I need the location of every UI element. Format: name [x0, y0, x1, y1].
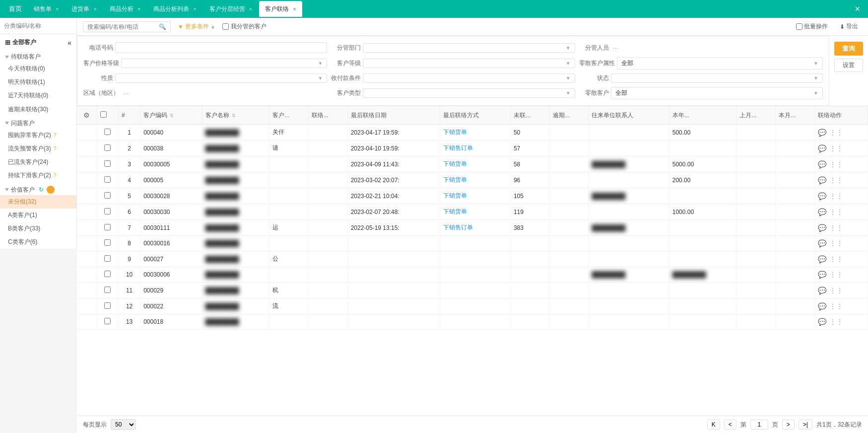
reset-button[interactable]: 设置: [834, 59, 863, 72]
sidebar-item-class-a[interactable]: A类客户(1): [0, 209, 76, 222]
sidebar-item-churn-warning[interactable]: 流失预警客户(3) ?: [0, 142, 76, 155]
chat-icon[interactable]: 💬: [818, 239, 826, 247]
refresh-icon[interactable]: ↻: [39, 186, 44, 193]
filter-phone-input[interactable]: [115, 42, 327, 53]
sidebar-item-class-b[interactable]: B类客户(33): [0, 222, 76, 235]
row-checkbox[interactable]: [104, 192, 111, 199]
batch-op-checkbox[interactable]: [796, 23, 802, 30]
pending-group-arrow[interactable]: [5, 56, 9, 59]
sidebar-item-ungroup[interactable]: 未分组(32): [0, 195, 76, 209]
chat-icon[interactable]: 💬: [818, 255, 826, 263]
column-settings-button[interactable]: ⚙: [82, 110, 91, 120]
row-check-cell[interactable]: [97, 204, 119, 220]
chat-icon[interactable]: 💬: [818, 129, 826, 137]
filter-customer-level-select[interactable]: ▼: [363, 59, 575, 68]
sidebar-collapse-icon[interactable]: «: [67, 39, 71, 47]
chat-icon[interactable]: 💬: [818, 144, 826, 152]
last-contact-way-link[interactable]: 下销售订单: [443, 144, 473, 151]
row-checkbox[interactable]: [104, 287, 111, 293]
last-contact-way-link[interactable]: 下销货单: [443, 129, 467, 136]
row-checkbox[interactable]: [104, 160, 111, 167]
filter-status-select[interactable]: ▼: [611, 73, 823, 83]
last-page-button[interactable]: >|: [799, 420, 812, 430]
row-check-cell[interactable]: [97, 283, 119, 298]
row-check-cell[interactable]: [97, 236, 119, 251]
row-checkbox[interactable]: [104, 239, 111, 246]
first-page-button[interactable]: K: [707, 420, 720, 430]
row-checkbox[interactable]: [104, 302, 111, 309]
chat-icon[interactable]: 💬: [818, 208, 826, 216]
row-checkbox[interactable]: [104, 208, 111, 215]
row-check-cell[interactable]: [97, 267, 119, 283]
chat-icon[interactable]: 💬: [818, 192, 826, 200]
nav-tab-customer-layer[interactable]: 客户分层经营 ×: [203, 1, 258, 17]
prev-page-button[interactable]: <: [724, 420, 736, 430]
sidebar-item-churned[interactable]: 已流失客户(24): [0, 155, 76, 169]
nav-tab-customer-contact[interactable]: 客户联络 ×: [259, 1, 302, 17]
grid-action-icon[interactable]: ⋮⋮: [829, 239, 843, 247]
last-contact-way-link[interactable]: 下销货单: [443, 192, 467, 199]
close-sales-tab-icon[interactable]: ×: [56, 6, 59, 12]
filter-scatter-attr-select[interactable]: 全部 ▼: [617, 57, 823, 70]
main-search-icon[interactable]: 🔍: [159, 23, 166, 30]
chat-icon[interactable]: 💬: [818, 302, 826, 310]
close-customer-layer-tab-icon[interactable]: ×: [249, 6, 252, 12]
row-check-cell[interactable]: [97, 188, 119, 204]
export-button[interactable]: ⬇ 导出: [836, 21, 862, 32]
sidebar-item-class-c[interactable]: C类客户(6): [0, 235, 76, 249]
row-checkbox[interactable]: [104, 176, 111, 183]
row-checkbox[interactable]: [104, 318, 111, 324]
filter-region-ellipsis[interactable]: ···: [123, 89, 129, 97]
close-analysis-list-tab-icon[interactable]: ×: [193, 6, 196, 12]
more-filter-button[interactable]: ▼ 更多条件 ▲: [175, 21, 218, 32]
last-contact-way-link[interactable]: 下销售订单: [443, 224, 473, 231]
filter-customer-type-select[interactable]: ▼: [363, 88, 575, 98]
per-page-select[interactable]: 50 100 200: [111, 419, 136, 430]
grid-action-icon[interactable]: ⋮⋮: [829, 255, 843, 263]
sidebar-item-7days-pending[interactable]: 近7天待联络(0): [0, 89, 76, 102]
nav-tab-sales[interactable]: 销售单 ×: [28, 1, 65, 17]
filter-nature-select[interactable]: ▼: [115, 73, 327, 83]
row-checkbox[interactable]: [104, 224, 111, 230]
sidebar-item-today-pending[interactable]: 今天待联络(0): [0, 62, 76, 75]
chat-icon[interactable]: 💬: [818, 224, 826, 232]
filter-price-level-select[interactable]: ▼: [121, 59, 327, 68]
grid-action-icon[interactable]: ⋮⋮: [829, 302, 843, 310]
close-purchase-tab-icon[interactable]: ×: [93, 6, 96, 12]
row-check-cell[interactable]: [97, 251, 119, 267]
sidebar-item-overdue-pending[interactable]: 逾期未联络(30): [0, 103, 76, 116]
row-check-cell[interactable]: [97, 298, 119, 314]
row-check-cell[interactable]: [97, 141, 119, 156]
last-contact-way-link[interactable]: 下销货单: [443, 176, 467, 183]
score-group-arrow[interactable]: [5, 188, 9, 191]
grid-action-icon[interactable]: ⋮⋮: [829, 318, 843, 326]
grid-action-icon[interactable]: ⋮⋮: [829, 287, 843, 294]
select-all-checkbox[interactable]: [100, 111, 107, 118]
nav-tab-analysis-list[interactable]: 商品分析列表 ×: [147, 1, 202, 17]
chat-icon[interactable]: 💬: [818, 176, 826, 184]
row-checkbox[interactable]: [104, 271, 111, 277]
filter-dept-select[interactable]: ▼: [363, 43, 575, 53]
sidebar-all-customers[interactable]: ⊞ 全部客户 «: [0, 34, 76, 50]
grid-action-icon[interactable]: ⋮⋮: [829, 208, 843, 216]
grid-action-icon[interactable]: ⋮⋮: [829, 160, 843, 168]
sidebar-search-input[interactable]: [4, 22, 77, 29]
query-button[interactable]: 查询: [834, 42, 863, 56]
nav-tab-analysis[interactable]: 商品分析 ×: [104, 1, 146, 17]
main-search-input[interactable]: [87, 23, 157, 30]
filter-scatter-customer-select[interactable]: 全部 ▼: [611, 87, 823, 99]
filter-payment-select[interactable]: ▼: [363, 73, 575, 83]
chat-icon[interactable]: 💬: [818, 271, 826, 279]
row-check-cell[interactable]: [97, 220, 119, 236]
grid-action-icon[interactable]: ⋮⋮: [829, 176, 843, 184]
nav-home[interactable]: 首页: [4, 2, 27, 15]
row-check-cell[interactable]: [97, 156, 119, 172]
last-contact-way-link[interactable]: 下销货单: [443, 208, 467, 215]
my-customer-checkbox[interactable]: [222, 23, 229, 30]
sidebar-item-tomorrow-pending[interactable]: 明天待联络(1): [0, 75, 76, 89]
page-input[interactable]: [750, 420, 768, 430]
close-analysis-tab-icon[interactable]: ×: [137, 6, 140, 12]
row-check-cell[interactable]: [97, 172, 119, 188]
chat-icon[interactable]: 💬: [818, 318, 826, 326]
chat-icon[interactable]: 💬: [818, 287, 826, 294]
